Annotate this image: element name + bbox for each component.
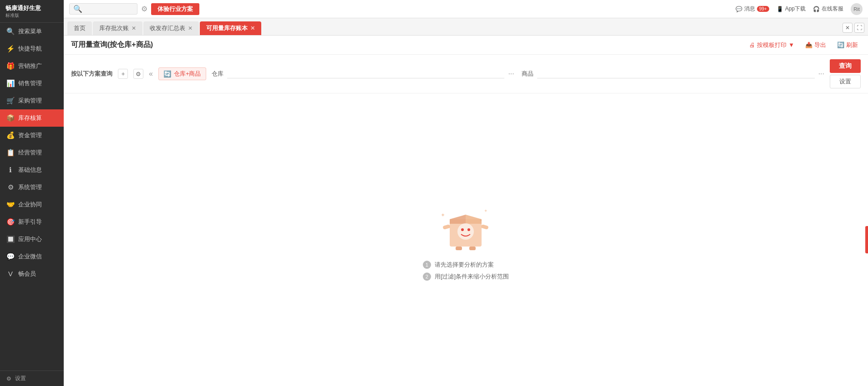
topbar-search-input[interactable]	[84, 6, 130, 12]
online-service-item[interactable]: 🎧 在线客服	[813, 5, 843, 13]
empty-tips: 1 请先选择要分析的方案 2 用[过滤]条件来缩小分析范围	[423, 261, 509, 281]
svg-rect-6	[456, 247, 462, 250]
topbar-gear-icon[interactable]: ⚙	[141, 5, 147, 13]
svg-rect-8	[443, 224, 451, 230]
sidebar-item-label: 应用中心	[18, 235, 42, 243]
app-name: 畅康通好生意	[5, 5, 58, 12]
sidebar-item-系统管理[interactable]: ⚙系统管理	[0, 179, 64, 196]
tip-text-2: 用[过滤]条件来缩小分析范围	[435, 273, 509, 281]
export-label: 导出	[814, 41, 826, 49]
sidebar-item-销售管理[interactable]: 📊销售管理	[0, 75, 64, 92]
tab-close-button[interactable]: ✕	[188, 26, 193, 31]
sidebar-bottom-label: 设置	[15, 375, 26, 382]
sidebar-item-企业微信[interactable]: 💬企业微信	[0, 248, 64, 265]
filter-collapse-button[interactable]: «	[149, 70, 153, 78]
sidebar-item-快捷导航[interactable]: ⚡快捷导航	[0, 40, 64, 57]
goods-input[interactable]	[537, 69, 815, 78]
tab-label: 首页	[74, 24, 86, 32]
main-area: 🔍 ⚙ 体验行业方案 💬 消息 99+ 📱 App下载 🎧 在线客服 Rit	[64, 0, 868, 386]
sidebar-item-label: 资金管理	[18, 131, 42, 139]
filter-label: 按以下方案查询	[71, 70, 112, 78]
print-icon: 🖨	[749, 41, 755, 48]
print-button[interactable]: 🖨 按模板打印 ▼	[746, 39, 797, 51]
tabbar-expand-button[interactable]: ⛶	[854, 23, 864, 33]
sidebar-item-经营管理[interactable]: 📋经营管理	[0, 144, 64, 161]
scheme-label: 仓库+商品	[174, 70, 201, 78]
warehouse-field: 仓库 ···	[212, 69, 514, 78]
sidebar-item-label: 采购管理	[18, 97, 42, 105]
export-button[interactable]: 📤 导出	[802, 39, 829, 51]
warehouse-input[interactable]	[227, 69, 505, 78]
query-button[interactable]: 查询	[830, 59, 861, 73]
tip-num-2: 2	[423, 273, 431, 281]
sidebar-icon: 💬	[6, 252, 15, 261]
scheme-icon: 🔄	[163, 70, 171, 77]
sidebar-item-资金管理[interactable]: 💰资金管理	[0, 127, 64, 144]
app-download-item[interactable]: 📱 App下载	[777, 5, 806, 13]
filter-gear-button[interactable]: ⚙	[133, 69, 143, 79]
download-icon: 📱	[777, 6, 783, 12]
sidebar-item-label: 企业协同	[18, 201, 42, 209]
tab-close-button[interactable]: ✕	[250, 26, 255, 31]
sidebar-item-畅会员[interactable]: V畅会员	[0, 265, 64, 283]
sidebar-nav: 🔍搜索菜单⚡快捷导航🎁营销推广📊销售管理🛒采购管理📦库存核算💰资金管理📋经营管理…	[0, 23, 64, 371]
sidebar-item-搜索菜单[interactable]: 🔍搜索菜单	[0, 23, 64, 40]
trial-button[interactable]: 体验行业方案	[151, 3, 199, 15]
sidebar-icon: 📋	[6, 149, 15, 157]
tab-close-button[interactable]: ✕	[132, 26, 136, 31]
filter-scheme-item[interactable]: 🔄 仓库+商品	[158, 67, 206, 80]
svg-rect-9	[481, 224, 489, 230]
tab-2[interactable]: 收发存汇总表✕	[143, 21, 199, 35]
sidebar-icon: ℹ	[6, 166, 15, 174]
tip-text-1: 请先选择要分析的方案	[435, 261, 494, 269]
filter-add-button[interactable]: ＋	[118, 69, 128, 79]
warehouse-label: 仓库	[212, 70, 223, 78]
goods-more-icon[interactable]: ···	[818, 70, 824, 78]
tabbar-close-button[interactable]: ✕	[843, 23, 853, 33]
sidebar-item-label: 搜索菜单	[18, 27, 42, 36]
tabbar: 首页库存批次账✕收发存汇总表✕可用量库存账本✕ ✕ ⛶	[64, 18, 868, 36]
scroll-indicator	[865, 226, 868, 253]
message-label: 消息	[744, 5, 755, 13]
message-badge: 99+	[757, 6, 769, 12]
sidebar-icon: 📦	[6, 114, 15, 122]
avatar[interactable]: Rit	[851, 3, 863, 15]
sidebar: 畅康通好生意 标准版 🔍搜索菜单⚡快捷导航🎁营销推广📊销售管理🛒采购管理📦库存核…	[0, 0, 64, 386]
settings-button[interactable]: 设置	[830, 75, 861, 88]
sidebar-item-库存核算[interactable]: 📦库存核算	[0, 109, 64, 127]
goods-label: 商品	[522, 70, 533, 78]
settings-icon: ⚙	[6, 376, 11, 382]
sidebar-item-新手引导[interactable]: 🎯新手引导	[0, 213, 64, 231]
sidebar-icon: ⚙	[6, 183, 15, 191]
svg-point-3	[457, 223, 474, 240]
tab-1[interactable]: 库存批次账✕	[93, 21, 142, 35]
print-label: 按模板打印	[757, 41, 787, 49]
empty-tip-1: 1 请先选择要分析的方案	[423, 261, 509, 269]
message-icon: 💬	[736, 6, 742, 12]
sidebar-logo: 畅康通好生意 标准版	[0, 0, 64, 23]
service-icon: 🎧	[813, 6, 820, 12]
sidebar-item-label: 畅会员	[18, 270, 36, 278]
svg-point-4	[461, 228, 464, 231]
sidebar-item-label: 库存核算	[18, 114, 42, 122]
sidebar-item-应用中心[interactable]: 🔲应用中心	[0, 231, 64, 248]
warehouse-more-icon[interactable]: ···	[508, 70, 514, 78]
sidebar-settings[interactable]: ⚙ 设置	[0, 371, 64, 386]
filter-row: 按以下方案查询 ＋ ⚙ « 🔄 仓库+商品 仓库 ··· 商品 ···	[71, 59, 861, 88]
tab-0[interactable]: 首页	[67, 21, 92, 35]
message-item[interactable]: 💬 消息 99+	[736, 5, 769, 13]
filter-buttons: 查询 设置	[830, 59, 861, 88]
export-icon: 📤	[805, 41, 812, 48]
sidebar-item-营销推广[interactable]: 🎁营销推广	[0, 57, 64, 75]
topbar-search-box[interactable]: 🔍	[69, 3, 137, 15]
goods-field: 商品 ···	[522, 69, 824, 78]
sidebar-icon: 🎁	[6, 62, 15, 70]
sidebar-item-基础信息[interactable]: ℹ基础信息	[0, 161, 64, 179]
refresh-button[interactable]: 🔄 刷新	[834, 39, 861, 51]
tab-3[interactable]: 可用量库存账本✕	[200, 21, 261, 35]
empty-state: ✦ ✦ ✦ 1 请先选择要分析的方案 2 用[过滤]条件来缩小分析范围	[423, 199, 509, 281]
sidebar-item-采购管理[interactable]: 🛒采购管理	[0, 92, 64, 109]
sidebar-icon: V	[6, 270, 15, 278]
sidebar-item-企业协同[interactable]: 🤝企业协同	[0, 196, 64, 213]
topbar: 🔍 ⚙ 体验行业方案 💬 消息 99+ 📱 App下载 🎧 在线客服 Rit	[64, 0, 868, 18]
